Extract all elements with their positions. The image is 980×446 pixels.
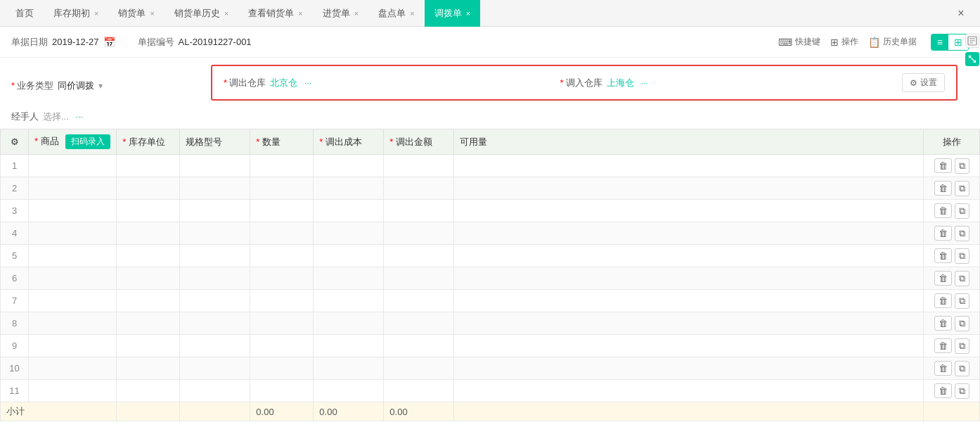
qty-cell[interactable] bbox=[250, 155, 314, 177]
goods-cell[interactable] bbox=[29, 200, 117, 222]
spec-cell[interactable] bbox=[180, 245, 250, 267]
tab-view-sales[interactable]: 查看销货单 × bbox=[238, 0, 312, 27]
operation-btn[interactable]: ⊞ 操作 bbox=[830, 36, 858, 48]
spec-cell[interactable] bbox=[180, 267, 250, 290]
unit-cell[interactable] bbox=[117, 312, 180, 335]
out-amount-cell[interactable] bbox=[384, 245, 454, 267]
tab-transfer-order[interactable]: 调拨单 × bbox=[425, 0, 480, 27]
shortcut-btn[interactable]: ⌨ 快捷键 bbox=[778, 36, 820, 48]
available-cell[interactable] bbox=[454, 312, 924, 335]
out-cost-cell[interactable] bbox=[314, 335, 384, 357]
out-amount-cell[interactable] bbox=[384, 177, 454, 200]
delete-row-btn[interactable]: 🗑 bbox=[934, 226, 952, 241]
spec-cell[interactable] bbox=[180, 155, 250, 177]
out-cost-cell[interactable] bbox=[314, 222, 384, 245]
copy-row-btn[interactable]: ⧉ bbox=[955, 248, 969, 264]
right-panel-expand-icon[interactable] bbox=[965, 52, 979, 66]
copy-row-btn[interactable]: ⧉ bbox=[955, 361, 969, 376]
tab-purchase-order[interactable]: 进货单 × bbox=[313, 0, 368, 27]
agent-select[interactable]: 选择... bbox=[43, 110, 69, 123]
available-cell[interactable] bbox=[454, 200, 924, 222]
qty-cell[interactable] bbox=[250, 357, 314, 380]
spec-cell[interactable] bbox=[180, 335, 250, 357]
qty-cell[interactable] bbox=[250, 312, 314, 335]
qty-cell[interactable] bbox=[250, 222, 314, 245]
out-amount-cell[interactable] bbox=[384, 200, 454, 222]
out-amount-cell[interactable] bbox=[384, 290, 454, 312]
spec-cell[interactable] bbox=[180, 177, 250, 200]
biz-type-select[interactable]: 同价调拨 ▾ bbox=[58, 79, 170, 92]
warehouse-settings-btn[interactable]: ⚙ 设置 bbox=[902, 73, 945, 92]
right-panel-notes-icon[interactable] bbox=[965, 34, 979, 48]
in-warehouse-value[interactable]: 上海仓 bbox=[607, 77, 634, 89]
available-cell[interactable] bbox=[454, 177, 924, 200]
delete-row-btn[interactable]: 🗑 bbox=[934, 203, 952, 218]
available-cell[interactable] bbox=[454, 155, 924, 177]
available-cell[interactable] bbox=[454, 245, 924, 267]
goods-cell[interactable] bbox=[29, 267, 117, 290]
tab-purchase-order-close[interactable]: × bbox=[354, 9, 359, 18]
copy-row-btn[interactable]: ⧉ bbox=[955, 293, 969, 309]
spec-cell[interactable] bbox=[180, 357, 250, 380]
tab-sales-order[interactable]: 销货单 × bbox=[108, 0, 164, 27]
unit-cell[interactable] bbox=[117, 222, 180, 245]
tab-inventory-check[interactable]: 盘点单 × bbox=[368, 0, 424, 27]
tab-transfer-order-close[interactable]: × bbox=[466, 9, 470, 18]
scan-btn[interactable]: 扫码录入 bbox=[65, 134, 110, 149]
qty-cell[interactable] bbox=[250, 335, 314, 357]
goods-cell[interactable] bbox=[29, 245, 117, 267]
window-close-button[interactable]: × bbox=[948, 0, 974, 27]
copy-row-btn[interactable]: ⧉ bbox=[955, 316, 969, 331]
out-amount-cell[interactable] bbox=[384, 222, 454, 245]
out-amount-cell[interactable] bbox=[384, 380, 454, 402]
available-cell[interactable] bbox=[454, 290, 924, 312]
qty-cell[interactable] bbox=[250, 245, 314, 267]
delete-row-btn[interactable]: 🗑 bbox=[934, 181, 952, 196]
unit-cell[interactable] bbox=[117, 290, 180, 312]
copy-row-btn[interactable]: ⧉ bbox=[955, 271, 969, 286]
delete-row-btn[interactable]: 🗑 bbox=[934, 158, 952, 173]
copy-row-btn[interactable]: ⧉ bbox=[955, 338, 969, 354]
goods-cell[interactable] bbox=[29, 155, 117, 177]
out-cost-cell[interactable] bbox=[314, 312, 384, 335]
goods-cell[interactable] bbox=[29, 177, 117, 200]
tab-view-sales-close[interactable]: × bbox=[298, 9, 302, 18]
delete-row-btn[interactable]: 🗑 bbox=[934, 338, 952, 353]
qty-cell[interactable] bbox=[250, 380, 314, 402]
available-cell[interactable] bbox=[454, 357, 924, 380]
unit-cell[interactable] bbox=[117, 335, 180, 357]
copy-row-btn[interactable]: ⧉ bbox=[955, 226, 969, 241]
in-warehouse-more-icon[interactable]: ··· bbox=[641, 78, 648, 88]
goods-cell[interactable] bbox=[29, 312, 117, 335]
layout-list-btn[interactable]: ≡ bbox=[931, 34, 948, 50]
tab-sales-order-close[interactable]: × bbox=[150, 9, 154, 18]
tab-inventory-init[interactable]: 库存期初 × bbox=[44, 0, 108, 27]
unit-cell[interactable] bbox=[117, 357, 180, 380]
copy-row-btn[interactable]: ⧉ bbox=[955, 383, 969, 399]
goods-cell[interactable] bbox=[29, 380, 117, 402]
out-cost-cell[interactable] bbox=[314, 200, 384, 222]
history-btn[interactable]: 📋 历史单据 bbox=[868, 36, 917, 48]
available-cell[interactable] bbox=[454, 222, 924, 245]
goods-cell[interactable] bbox=[29, 290, 117, 312]
col-settings[interactable]: ⚙ bbox=[1, 129, 29, 155]
delete-row-btn[interactable]: 🗑 bbox=[934, 293, 952, 308]
spec-cell[interactable] bbox=[180, 222, 250, 245]
delete-row-btn[interactable]: 🗑 bbox=[934, 361, 952, 376]
out-amount-cell[interactable] bbox=[384, 267, 454, 290]
agent-more-icon[interactable]: ··· bbox=[76, 112, 83, 122]
goods-cell[interactable] bbox=[29, 222, 117, 245]
delete-row-btn[interactable]: 🗑 bbox=[934, 316, 952, 331]
delete-row-btn[interactable]: 🗑 bbox=[934, 383, 952, 398]
delete-row-btn[interactable]: 🗑 bbox=[934, 248, 952, 263]
tab-inventory-init-close[interactable]: × bbox=[94, 9, 98, 18]
unit-cell[interactable] bbox=[117, 155, 180, 177]
tab-inventory-check-close[interactable]: × bbox=[410, 9, 414, 18]
unit-cell[interactable] bbox=[117, 200, 180, 222]
out-cost-cell[interactable] bbox=[314, 380, 384, 402]
available-cell[interactable] bbox=[454, 380, 924, 402]
unit-cell[interactable] bbox=[117, 380, 180, 402]
tab-sales-history[interactable]: 销货单历史 × bbox=[165, 0, 238, 27]
out-amount-cell[interactable] bbox=[384, 335, 454, 357]
out-amount-cell[interactable] bbox=[384, 155, 454, 177]
